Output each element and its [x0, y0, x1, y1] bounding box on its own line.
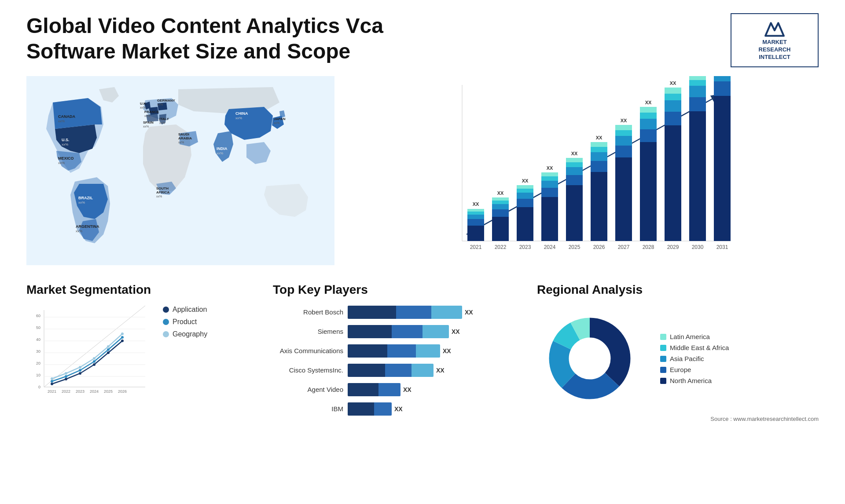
player-bar: [348, 306, 462, 319]
svg-text:GERMANY: GERMANY: [157, 99, 176, 102]
svg-text:SAUDI: SAUDI: [178, 132, 189, 136]
svg-point-140: [121, 340, 124, 342]
svg-rect-62: [541, 176, 558, 181]
svg-rect-74: [591, 161, 607, 172]
legend-asia-pacific: Asia Pacific: [660, 355, 729, 362]
svg-text:XX: XX: [571, 151, 578, 156]
svg-text:2026: 2026: [593, 244, 605, 250]
svg-rect-109: [714, 81, 731, 96]
svg-point-135: [51, 383, 53, 385]
svg-point-136: [65, 378, 67, 380]
svg-rect-41: [467, 212, 484, 215]
svg-text:XX: XX: [473, 201, 479, 207]
svg-marker-0: [765, 23, 784, 36]
svg-point-146: [121, 336, 124, 339]
svg-rect-95: [665, 112, 681, 125]
player-bar-wrap: XX: [348, 402, 403, 416]
svg-rect-61: [541, 181, 558, 188]
legend-europe: Europe: [660, 366, 729, 373]
svg-text:xx%: xx%: [144, 114, 150, 117]
svg-rect-77: [591, 142, 607, 147]
player-name: Cisco SystemsInc.: [273, 366, 343, 374]
svg-text:XX: XX: [497, 190, 504, 196]
svg-rect-97: [665, 94, 681, 100]
svg-rect-46: [492, 209, 509, 217]
svg-text:2024: 2024: [544, 244, 556, 250]
svg-text:2031: 2031: [716, 244, 728, 250]
logo-text: MARKET RESEARCH INTELLECT: [759, 39, 791, 61]
svg-rect-81: [615, 146, 632, 157]
svg-text:FRANCE: FRANCE: [144, 110, 159, 114]
svg-rect-70: [566, 158, 583, 162]
svg-text:2026: 2026: [118, 389, 127, 394]
svg-text:40: 40: [36, 337, 40, 342]
svg-text:2022: 2022: [62, 389, 70, 394]
legend-dot-geography: [163, 331, 169, 337]
svg-rect-108: [714, 96, 731, 241]
legend-dot-product: [163, 319, 169, 325]
player-name: IBM: [273, 405, 343, 413]
player-row: Cisco SystemsInc. XX: [273, 364, 519, 377]
svg-rect-45: [492, 217, 509, 241]
svg-rect-42: [467, 209, 484, 212]
key-players: Top Key Players Robert Bosch XX Siemens: [273, 283, 519, 422]
svg-rect-54: [517, 193, 533, 199]
svg-text:2028: 2028: [643, 244, 654, 250]
player-name: Robert Bosch: [273, 308, 343, 316]
segmentation-chart: 0 10 20 30 40 50 60 2021 2022: [26, 306, 150, 402]
player-row: Agent Video XX: [273, 383, 519, 396]
donut-chart: [537, 306, 643, 411]
svg-rect-103: [689, 86, 706, 97]
svg-text:50: 50: [36, 325, 40, 330]
legend-dot-application: [163, 307, 169, 313]
player-bar: [348, 402, 392, 416]
legend-item-product: Product: [163, 318, 207, 326]
svg-rect-80: [615, 157, 632, 241]
svg-text:XX: XX: [645, 100, 652, 105]
player-row: Siemens XX: [273, 325, 519, 338]
legend-latin-america: Latin America: [660, 333, 729, 340]
svg-text:CANADA: CANADA: [58, 114, 75, 119]
svg-text:xx%: xx%: [140, 106, 146, 109]
svg-rect-83: [615, 130, 632, 136]
svg-point-138: [93, 363, 96, 366]
svg-text:2021: 2021: [470, 244, 482, 250]
svg-text:INDIA: INDIA: [217, 146, 228, 151]
svg-point-158: [570, 339, 610, 378]
svg-point-143: [79, 369, 81, 372]
svg-text:xx%: xx%: [58, 119, 65, 123]
svg-point-139: [107, 351, 110, 354]
svg-text:xx%: xx%: [58, 161, 65, 165]
svg-rect-87: [640, 142, 657, 241]
svg-rect-47: [492, 204, 509, 209]
legend-item-geography: Geography: [163, 330, 207, 338]
svg-rect-104: [689, 80, 706, 86]
svg-rect-69: [566, 162, 583, 167]
svg-text:xx%: xx%: [76, 229, 82, 233]
svg-text:xx%: xx%: [78, 201, 85, 205]
svg-text:XX: XX: [670, 80, 676, 86]
svg-rect-55: [517, 189, 533, 193]
legend-item-application: Application: [163, 306, 207, 314]
svg-rect-39: [467, 219, 484, 226]
svg-text:xx%: xx%: [62, 142, 68, 146]
svg-rect-88: [640, 129, 657, 142]
svg-point-141: [51, 380, 53, 383]
segmentation-title: Market Segmentation: [26, 283, 255, 297]
svg-rect-105: [689, 76, 706, 80]
svg-text:xx%: xx%: [235, 116, 242, 120]
svg-text:xx%: xx%: [217, 151, 223, 155]
legend-north-america: North America: [660, 377, 729, 384]
player-name: Axis Communications: [273, 347, 343, 354]
logo: MARKET RESEARCH INTELLECT: [731, 13, 819, 67]
svg-rect-52: [517, 207, 533, 241]
logo-icon: [764, 19, 786, 37]
svg-rect-91: [640, 107, 657, 113]
svg-text:xx%: xx%: [274, 121, 279, 124]
svg-point-148: [65, 372, 67, 375]
svg-text:CHINA: CHINA: [235, 111, 248, 116]
svg-rect-63: [541, 172, 558, 176]
player-bar-wrap: XX: [348, 364, 445, 377]
svg-rect-101: [689, 111, 706, 241]
player-row: Robert Bosch XX: [273, 306, 519, 319]
